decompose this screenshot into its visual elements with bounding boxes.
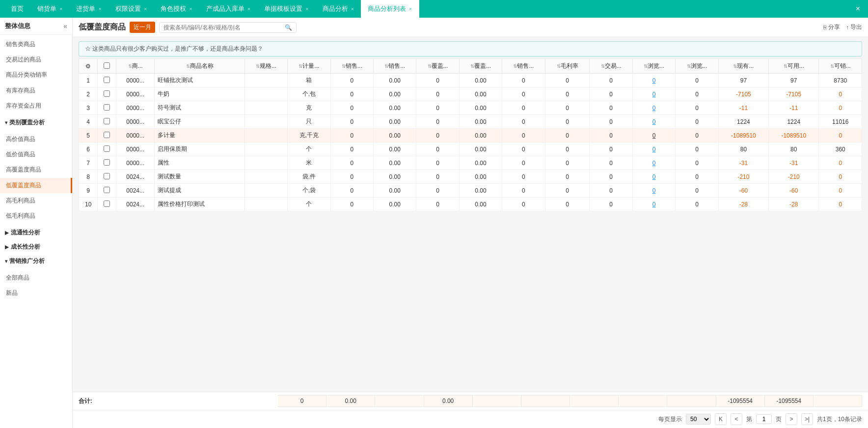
close-icon[interactable]: ×	[189, 6, 192, 12]
row-browse1[interactable]: 0	[632, 87, 675, 101]
row-checkbox[interactable]	[98, 87, 116, 101]
row-browse1[interactable]: 0	[632, 115, 675, 129]
close-icon[interactable]: ×	[351, 6, 354, 12]
sidebar-item-sales-goods[interactable]: 销售类商品	[0, 37, 72, 52]
next-page-button[interactable]: >	[786, 413, 797, 425]
last-page-button[interactable]: >|	[801, 413, 813, 425]
row-checkbox[interactable]	[98, 101, 116, 115]
col-checkbox[interactable]	[98, 59, 116, 74]
first-page-button[interactable]: K	[715, 413, 727, 425]
col-trade[interactable]: ⇅交易...	[590, 59, 632, 74]
row-checkbox[interactable]	[98, 143, 116, 156]
nav-template-settings[interactable]: 单据模板设置 ×	[257, 0, 315, 18]
page-number-input[interactable]	[756, 414, 772, 424]
row-checkbox[interactable]	[98, 170, 116, 184]
close-icon[interactable]: ×	[409, 6, 412, 12]
nav-roles[interactable]: 角色授权 ×	[154, 0, 199, 18]
row-browse1[interactable]: 0	[632, 198, 675, 211]
row-browse1[interactable]: 0	[632, 74, 675, 87]
nav-purchase-order[interactable]: 进货单 ×	[69, 0, 108, 18]
sidebar-item-high-coverage[interactable]: 高覆盖度商品	[0, 162, 72, 177]
col-browse1[interactable]: ⇅浏览...	[632, 59, 675, 74]
row-browse1[interactable]: 0	[632, 170, 675, 184]
nav-sales-order[interactable]: 销货单 ×	[30, 0, 69, 18]
sidebar-group-circulation-analysis[interactable]: ▶ 流通性分析	[0, 226, 72, 240]
col-gross-rate[interactable]: ⇅毛利率	[545, 59, 590, 74]
row-checkbox[interactable]	[98, 129, 116, 143]
col-sales-rate[interactable]: ⇅销售...	[502, 59, 545, 74]
row-select-checkbox[interactable]	[104, 159, 110, 166]
nav-home[interactable]: 首页	[4, 0, 30, 18]
row-cov2: 0.00	[459, 129, 502, 143]
export-button[interactable]: ↑ 导出	[846, 23, 862, 31]
row-checkbox[interactable]	[98, 198, 116, 211]
row-select-checkbox[interactable]	[104, 77, 110, 83]
row-browse1[interactable]: 0	[632, 129, 675, 143]
data-table-container[interactable]: ⚙ ⇅商... ⇅商品名称 ⇅规格... ⇅计量... ⇅销售... ⇅销售..…	[79, 58, 862, 392]
sidebar-item-all-goods[interactable]: 全部商品	[0, 270, 72, 285]
sidebar-collapse-button[interactable]: «	[63, 22, 67, 30]
row-checkbox[interactable]	[98, 156, 116, 170]
row-select-checkbox[interactable]	[104, 200, 110, 207]
row-browse1[interactable]: 0	[632, 156, 675, 170]
sidebar-item-category-activity-rate[interactable]: 商品分类动销率	[0, 67, 72, 83]
row-browse1[interactable]: 0	[632, 143, 675, 156]
row-select-checkbox[interactable]	[104, 118, 110, 124]
sidebar-item-stocked-goods[interactable]: 有库存商品	[0, 83, 72, 98]
close-icon[interactable]: ×	[247, 6, 250, 12]
col-browse2[interactable]: ⇅浏览...	[676, 59, 718, 74]
sidebar-group-marketing-analysis[interactable]: ▾ 营销推广分析	[0, 254, 72, 268]
row-trade: 0	[590, 87, 632, 101]
col-settings[interactable]: ⚙	[79, 59, 98, 74]
row-checkbox[interactable]	[98, 74, 116, 87]
nav-product-entry[interactable]: 产成品入库单 ×	[199, 0, 257, 18]
close-icon[interactable]: ×	[305, 6, 308, 12]
sidebar-item-low-value[interactable]: 低价值商品	[0, 147, 72, 162]
sidebar-item-high-profit[interactable]: 高毛利商品	[0, 193, 72, 208]
row-browse1[interactable]: 0	[632, 184, 675, 198]
sidebar-item-new-goods[interactable]: 新品	[0, 285, 72, 301]
share-button[interactable]: ⎘ 分享	[823, 23, 840, 31]
search-input[interactable]	[163, 24, 285, 31]
nav-permissions[interactable]: 权限设置 ×	[108, 0, 154, 18]
row-select-checkbox[interactable]	[104, 104, 110, 111]
search-icon[interactable]: 🔍	[285, 24, 292, 31]
time-filter-button[interactable]: 近一月	[130, 22, 155, 33]
row-checkbox[interactable]	[98, 115, 116, 129]
row-select-checkbox[interactable]	[104, 187, 110, 193]
col-coverage1[interactable]: ⇅覆盖...	[416, 59, 459, 74]
col-coverage2[interactable]: ⇅覆盖...	[459, 59, 502, 74]
close-icon[interactable]: ×	[144, 6, 147, 12]
row-select-checkbox[interactable]	[104, 90, 110, 97]
row-select-checkbox[interactable]	[104, 145, 110, 152]
nav-product-analysis-list[interactable]: 商品分析列表 ×	[361, 0, 419, 18]
col-unit[interactable]: ⇅计量...	[288, 59, 330, 74]
sidebar-item-low-profit[interactable]: 低毛利商品	[0, 208, 72, 224]
sidebar-group-coverage-analysis[interactable]: ▾ 类别覆盖分析	[0, 115, 72, 130]
col-name[interactable]: ⇅商品名称	[155, 59, 244, 74]
row-select-checkbox[interactable]	[104, 132, 110, 138]
col-available-stock[interactable]: ⇅可用...	[769, 59, 819, 74]
row-browse1[interactable]: 0	[632, 101, 675, 115]
sidebar-item-stock-capital[interactable]: 库存资金占用	[0, 98, 72, 114]
sidebar-item-traded-goods[interactable]: 交易过的商品	[0, 52, 72, 67]
row-select-checkbox[interactable]	[104, 173, 110, 179]
col-saleable[interactable]: ⇅可销...	[819, 59, 862, 74]
close-icon[interactable]: ×	[98, 6, 101, 12]
sidebar-item-low-coverage[interactable]: 低覆盖度商品	[0, 178, 72, 193]
col-spec[interactable]: ⇅规格...	[244, 59, 287, 74]
window-close-button[interactable]: ×	[852, 4, 864, 13]
row-checkbox[interactable]	[98, 184, 116, 198]
sidebar-item-high-value[interactable]: 高价值商品	[0, 132, 72, 147]
row-num: 8	[79, 170, 98, 184]
col-sales-count[interactable]: ⇅销售...	[330, 59, 373, 74]
sidebar-group-growth-analysis[interactable]: ▶ 成长性分析	[0, 240, 72, 254]
col-sales-amount[interactable]: ⇅销售...	[373, 59, 416, 74]
select-all-checkbox[interactable]	[104, 62, 110, 69]
page-size-select[interactable]: 50 20 100 200	[686, 414, 711, 425]
close-icon[interactable]: ×	[59, 6, 62, 12]
col-current-stock[interactable]: ⇅现有...	[718, 59, 768, 74]
prev-page-button[interactable]: <	[731, 413, 742, 425]
col-code[interactable]: ⇅商...	[116, 59, 155, 74]
nav-product-analysis[interactable]: 商品分析 ×	[316, 0, 361, 18]
